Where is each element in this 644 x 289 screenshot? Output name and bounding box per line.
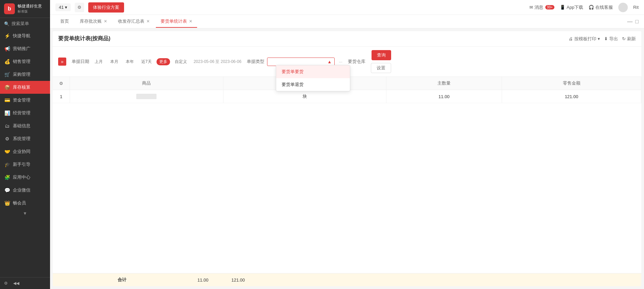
member-icon: 👑 [4, 200, 10, 206]
filter-more-button[interactable]: ··· [339, 59, 342, 64]
app-download-item[interactable]: 📱 App下载 [560, 4, 583, 10]
guide-icon: 🎓 [4, 162, 10, 167]
system-icon: ⚙ [4, 136, 10, 141]
sidebar-item-enterprise[interactable]: 🤝 企业协同 [0, 145, 50, 158]
enterprise-icon: 🤝 [4, 149, 10, 154]
inventory-icon: 📦 [4, 85, 10, 90]
topbar-gear-button[interactable]: ⚙ [75, 3, 84, 12]
preset-this-month[interactable]: 本月 [108, 58, 121, 66]
type-dropdown-value [270, 59, 271, 64]
main-area: 41 ▾ ⚙ 体验行业方案 ✉ 消息 99+ 📱 App下载 🎧 在线客服 [50, 0, 644, 289]
finance-icon: 💳 [4, 97, 10, 103]
tab-inventory[interactable]: 库存批次账 ✕ [75, 16, 112, 28]
query-button[interactable]: 查询 [372, 50, 391, 60]
print-arrow: ▾ [598, 36, 600, 41]
wechat-icon: 💬 [4, 187, 10, 193]
preset-last-7-days[interactable]: 近7天 [139, 58, 154, 66]
tab-inventory-close[interactable]: ✕ [104, 19, 107, 24]
tab-receivable-close[interactable]: ✕ [146, 19, 150, 24]
date-filter-group: 单据日期 上月 本月 本年 近7天 更多 自定义 2023-05-06 至 20… [72, 58, 241, 66]
appstore-label: 应用中心 [13, 174, 30, 180]
messages-icon: ✉ [529, 5, 533, 10]
preset-more[interactable]: 更多 [157, 58, 170, 65]
type-filter-dropdown[interactable]: ▲ [267, 58, 335, 66]
sidebar-item-shortcut[interactable]: ⚡ 快捷导航 [0, 29, 50, 42]
footer-main-qty: 11.00 [197, 277, 209, 283]
sidebar-item-wechat[interactable]: 💬 企业微信 [0, 184, 50, 197]
sidebar-item-basic[interactable]: 🗂 基础信息 [0, 119, 50, 132]
purchase-label: 采购管理 [13, 71, 30, 77]
search-icon: 🔍 [4, 21, 9, 26]
preset-custom[interactable]: 自定义 [172, 58, 190, 66]
product-cell [74, 94, 219, 99]
operations-icon: 📊 [4, 110, 10, 116]
sidebar: b 畅捷通好生意 标准版 🔍 搜索菜单 ⚡ 快捷导航 📢 营销推广 💰 销售管理… [0, 0, 50, 289]
refresh-label: 刷新 [627, 36, 636, 42]
gear-icon: ⚙ [77, 5, 81, 10]
search-label: 搜索菜单 [11, 21, 29, 27]
settings-column-header[interactable]: ⚙ [53, 77, 70, 90]
user-avatar[interactable] [618, 3, 628, 12]
topbar: 41 ▾ ⚙ 体验行业方案 ✉ 消息 99+ 📱 App下载 🎧 在线客服 [50, 0, 644, 15]
refresh-icon: ↻ [622, 36, 626, 41]
dropdown-option-order[interactable]: 要货单要货 [276, 65, 350, 78]
sidebar-settings-icon[interactable]: ⚙ [4, 281, 8, 286]
messages-item[interactable]: ✉ 消息 99+ [529, 4, 554, 10]
sidebar-item-finance[interactable]: 💳 资金管理 [0, 94, 50, 107]
footer-label: 合计 [118, 277, 126, 283]
filter-action-buttons: 查询 设置 [371, 50, 391, 73]
window-minimize-icon[interactable]: — [627, 19, 633, 25]
tab-request[interactable]: 要货单统计表 ✕ [156, 16, 197, 28]
messages-label: 消息 [534, 4, 543, 10]
online-service-item[interactable]: 🎧 在线客服 [589, 4, 613, 10]
app-logo-icon: b [4, 3, 15, 14]
preset-this-year[interactable]: 本年 [123, 58, 137, 66]
sidebar-item-marketing[interactable]: 📢 营销推广 [0, 42, 50, 55]
brand-name: 畅捷通好生意 [18, 4, 42, 9]
system-label: 系统管理 [13, 136, 30, 142]
tab-receivable[interactable]: 收发存汇总表 ✕ [113, 16, 154, 28]
filter-bar: » 单据日期 上月 本月 本年 近7天 更多 自定义 2023-05-06 至 … [53, 47, 641, 77]
export-icon: ⬇ [604, 36, 608, 41]
date-presets: 上月 本月 本年 近7天 更多 自定义 [92, 58, 190, 66]
shortcut-icon: ⚡ [4, 33, 10, 39]
trial-button[interactable]: 体验行业方案 [88, 2, 124, 13]
sidebar-item-system[interactable]: ⚙ 系统管理 [0, 132, 50, 145]
sidebar-item-search[interactable]: 🔍 搜索菜单 [0, 18, 50, 29]
sidebar-item-sales[interactable]: 💰 销售管理 [0, 55, 50, 68]
row-product [70, 90, 223, 103]
sidebar-item-appstore[interactable]: 🧩 应用中心 [0, 171, 50, 184]
export-action[interactable]: ⬇ 导出 [604, 36, 618, 42]
tab-home[interactable]: 首页 [55, 16, 74, 28]
page-title: 要货单统计表(按商品) [58, 35, 111, 42]
print-action[interactable]: 🖨 按模板打印 ▾ [569, 36, 600, 42]
operations-label: 经营管理 [13, 110, 30, 116]
page-actions: 🖨 按模板打印 ▾ ⬇ 导出 ↻ 刷新 [569, 36, 636, 42]
sidebar-item-member[interactable]: 👑 畅会员 [0, 197, 50, 209]
edition-label: 标准版 [18, 9, 42, 14]
wechat-label: 企业微信 [13, 187, 30, 193]
column-settings-icon[interactable]: ⚙ [59, 81, 63, 86]
member-label: 畅会员 [13, 200, 26, 206]
shortcut-label: 快捷导航 [13, 33, 30, 39]
finance-label: 资金管理 [13, 97, 30, 103]
filter-settings-button[interactable]: 设置 [371, 63, 391, 73]
sidebar-item-inventory[interactable]: 📦 库存核算 [0, 81, 50, 94]
sales-label: 销售管理 [13, 59, 30, 65]
window-maximize-icon[interactable]: □ [635, 19, 639, 25]
preset-last-month[interactable]: 上月 [92, 58, 105, 66]
table-footer: 合计 11.00 121.00 [53, 273, 641, 286]
sidebar-collapse-icon[interactable]: ◀◀ [13, 281, 19, 286]
sidebar-item-guide[interactable]: 🎓 新手引导 [0, 158, 50, 171]
refresh-action[interactable]: ↻ 刷新 [622, 36, 636, 42]
sidebar-item-operations[interactable]: 📊 经营管理 [0, 107, 50, 119]
inventory-label: 库存核算 [13, 84, 30, 90]
sidebar-item-purchase[interactable]: 🛒 采购管理 [0, 68, 50, 81]
tab-request-close[interactable]: ✕ [189, 19, 192, 24]
date-filter-label: 单据日期 [72, 59, 89, 65]
dropdown-option-return[interactable]: 要货单退货 [276, 78, 350, 91]
company-selector[interactable]: 41 ▾ [55, 3, 71, 11]
footer-retail-amt: 121.00 [232, 277, 245, 283]
sidebar-scroll-down[interactable]: ▼ [0, 209, 50, 217]
filter-expand-button[interactable]: » [58, 58, 66, 66]
